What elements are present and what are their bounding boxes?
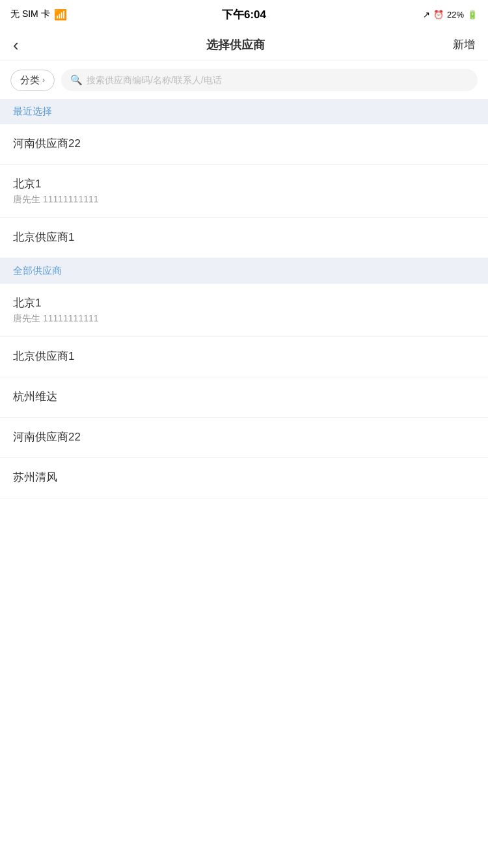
search-area: 分类 › 🔍 <box>0 61 488 99</box>
sim-status: 无 SIM 卡 <box>10 8 50 20</box>
wifi-icon: 📶 <box>54 8 67 21</box>
supplier-name: 杭州维达 <box>13 389 475 404</box>
page-title: 选择供应商 <box>206 37 265 53</box>
nav-bar: ‹ 选择供应商 新增 <box>0 29 488 61</box>
chevron-right-icon: › <box>42 75 45 85</box>
recent-section-label: 最近选择 <box>13 105 52 116</box>
supplier-name: 北京1 <box>13 295 475 310</box>
location-icon: ↗ <box>423 10 430 20</box>
status-left: 无 SIM 卡 📶 <box>10 8 67 21</box>
list-item[interactable]: 北京1 唐先生 11111111111 <box>0 284 488 337</box>
all-items-list: 北京1 唐先生 11111111111 北京供应商1 杭州维达 河南供应商22 … <box>0 284 488 498</box>
all-section-header: 全部供应商 <box>0 258 488 284</box>
category-label: 分类 <box>20 74 40 87</box>
search-icon: 🔍 <box>70 74 83 86</box>
alarm-icon: ⏰ <box>433 10 444 20</box>
category-filter-button[interactable]: 分类 › <box>10 70 55 91</box>
supplier-name: 河南供应商22 <box>13 429 475 444</box>
list-item[interactable]: 河南供应商22 <box>0 124 488 165</box>
supplier-name: 河南供应商22 <box>13 136 475 151</box>
all-section-label: 全部供应商 <box>13 265 62 276</box>
add-button[interactable]: 新增 <box>453 37 475 52</box>
supplier-name: 北京供应商1 <box>13 230 475 245</box>
search-input-wrap: 🔍 <box>61 69 478 91</box>
search-input[interactable] <box>87 75 468 85</box>
list-item[interactable]: 苏州清风 <box>0 458 488 498</box>
battery-level: 22% <box>447 10 464 20</box>
list-item[interactable]: 北京1 唐先生 11111111111 <box>0 165 488 218</box>
status-bar: 无 SIM 卡 📶 下午6:04 ↗ ⏰ 22% 🔋 <box>0 0 488 29</box>
supplier-name: 北京供应商1 <box>13 349 475 364</box>
status-time: 下午6:04 <box>222 7 266 22</box>
supplier-contact: 唐先生 11111111111 <box>13 313 475 325</box>
supplier-name: 苏州清风 <box>13 470 475 485</box>
recent-items-list: 河南供应商22 北京1 唐先生 11111111111 北京供应商1 <box>0 124 488 258</box>
supplier-name: 北京1 <box>13 176 475 191</box>
battery-icon: 🔋 <box>467 10 478 20</box>
list-item[interactable]: 河南供应商22 <box>0 418 488 458</box>
recent-section-header: 最近选择 <box>0 99 488 124</box>
list-item[interactable]: 北京供应商1 <box>0 337 488 377</box>
list-item[interactable]: 杭州维达 <box>0 377 488 418</box>
supplier-contact: 唐先生 11111111111 <box>13 194 475 206</box>
back-button[interactable]: ‹ <box>13 36 19 53</box>
list-item[interactable]: 北京供应商1 <box>0 218 488 258</box>
status-right: ↗ ⏰ 22% 🔋 <box>423 10 478 20</box>
